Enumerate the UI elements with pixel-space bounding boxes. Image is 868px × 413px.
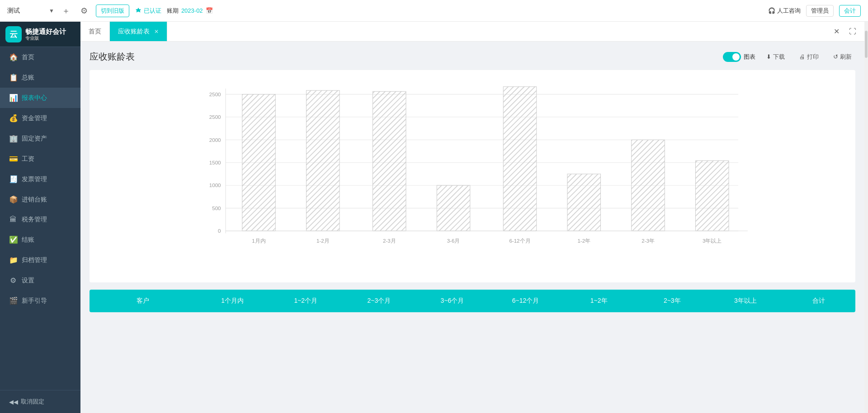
sidebar-item-invoice[interactable]: 🧾 发票管理 <box>0 169 80 189</box>
close-panel-button[interactable]: ✕ <box>830 25 843 38</box>
guide-icon: 🎬 <box>9 296 17 305</box>
bar-3-6月 <box>437 185 470 231</box>
download-button[interactable]: ⬇ 下载 <box>763 51 788 63</box>
svg-text:2500: 2500 <box>209 114 221 120</box>
settings-icon: ⚙ <box>9 276 17 285</box>
sidebar-item-tax[interactable]: 🏛 税务管理 <box>0 210 80 230</box>
sidebar-item-label: 进销台账 <box>22 196 47 204</box>
table-header-2-3month: 2~3个月 <box>342 290 415 312</box>
tab-bar-actions: ✕ ⛶ <box>830 25 859 38</box>
sidebar-item-funds[interactable]: 💰 资金管理 <box>0 108 80 128</box>
download-label: 下载 <box>773 53 785 61</box>
funds-icon: 💰 <box>9 114 17 122</box>
content-area: 首页 应收账龄表 ✕ ✕ ⛶ 应收账龄表 图表 <box>80 22 864 413</box>
refresh-button[interactable]: ↺ 刷新 <box>830 51 855 63</box>
pin-icon: ◀◀ <box>9 399 18 405</box>
chart-area: 0 500 1000 1500 2000 2500 2500 1月内 <box>99 79 846 269</box>
table-header-total: 合计 <box>782 290 855 312</box>
sidebar-item-label: 总账 <box>22 74 34 82</box>
sidebar-item-label: 设置 <box>22 277 34 285</box>
reports-icon: 📊 <box>9 94 17 102</box>
sidebar-item-label: 资金管理 <box>22 114 47 122</box>
sidebar-item-ledger[interactable]: 📋 总账 <box>0 67 80 88</box>
manager-button[interactable]: 管理员 <box>806 5 834 17</box>
refresh-icon: ↺ <box>833 53 838 60</box>
page-header: 应收账龄表 图表 ⬇ 下载 🖨 打印 ↺ <box>90 51 855 63</box>
sidebar-item-home[interactable]: 🏠 首页 <box>0 47 80 67</box>
sidebar-item-payroll[interactable]: 💳 工资 <box>0 149 80 169</box>
svg-text:0: 0 <box>218 228 221 234</box>
sidebar-item-label: 工资 <box>22 155 34 163</box>
sidebar: 云 畅捷通好会计 专业版 🏠 首页 📋 总账 📊 报表中心 💰 资金管理 <box>0 22 80 413</box>
sidebar-item-checkout[interactable]: ✅ 结账 <box>0 230 80 250</box>
svg-text:2000: 2000 <box>209 137 221 143</box>
download-icon: ⬇ <box>766 53 771 60</box>
module-title: 测试 <box>7 7 43 15</box>
consult-button[interactable]: 🎧 人工咨询 <box>768 7 801 15</box>
sidebar-item-assets[interactable]: 🏢 固定资产 <box>0 128 80 149</box>
assets-icon: 🏢 <box>9 134 17 143</box>
svg-text:3-6月: 3-6月 <box>447 238 460 244</box>
svg-text:1月内: 1月内 <box>252 238 265 244</box>
module-dropdown-icon[interactable]: ▼ <box>49 8 54 14</box>
table-header-6-12month: 6~12个月 <box>489 290 562 312</box>
calendar-icon[interactable]: 📅 <box>206 7 213 14</box>
sidebar-item-label: 首页 <box>22 53 34 61</box>
tab-aging-close[interactable]: ✕ <box>154 28 159 35</box>
app-name-text: 畅捷通好会计 专业版 <box>25 28 66 41</box>
bar-1-2月 <box>307 90 340 231</box>
page-title: 应收账龄表 <box>90 51 135 63</box>
sidebar-item-reports[interactable]: 📊 报表中心 <box>0 88 80 108</box>
tab-aging[interactable]: 应收账龄表 ✕ <box>110 22 167 41</box>
page-content: 应收账龄表 图表 ⬇ 下载 🖨 打印 ↺ <box>80 42 864 413</box>
svg-text:2-3月: 2-3月 <box>383 238 396 244</box>
svg-text:3年以上: 3年以上 <box>703 238 722 244</box>
add-module-button[interactable]: ＋ <box>60 5 72 17</box>
data-table-container: 客户 1个月内 1~2个月 2~3个月 3~6个月 6~12个月 1~2年 2~… <box>90 290 855 312</box>
scrollbar-track[interactable] <box>864 22 868 413</box>
bar-1-2年 <box>567 174 601 231</box>
app-logo-icon: 云 <box>5 26 22 42</box>
table-header-customer: 客户 <box>90 290 196 312</box>
account-period: 账期 2023-02 📅 <box>167 7 213 15</box>
headset-icon: 🎧 <box>768 7 775 14</box>
scrollbar-thumb[interactable] <box>865 31 868 58</box>
switch-version-button[interactable]: 切到旧版 <box>96 5 129 17</box>
certified-label: 已认证 <box>144 7 161 15</box>
top-bar: 测试 ▼ ＋ ⚙ 切到旧版 已认证 账期 2023-02 📅 🎧 人工咨询 管理… <box>0 0 868 22</box>
sidebar-item-archive[interactable]: 📁 归档管理 <box>0 250 80 270</box>
svg-text:2-3年: 2-3年 <box>642 238 655 244</box>
print-label: 打印 <box>807 53 819 61</box>
sidebar-item-settings[interactable]: ⚙ 设置 <box>0 270 80 291</box>
checkout-icon: ✅ <box>9 235 17 244</box>
print-button[interactable]: 🖨 打印 <box>796 51 822 63</box>
role-button[interactable]: 会计 <box>839 5 861 17</box>
chart-container: 0 500 1000 1500 2000 2500 2500 1月内 <box>90 70 855 282</box>
table-header-1-2year: 1~2年 <box>562 290 636 312</box>
account-period-value: 2023-02 <box>181 7 203 14</box>
certified-badge: 已认证 <box>135 7 161 15</box>
sidebar-item-guide[interactable]: 🎬 新手引导 <box>0 291 80 311</box>
tab-home[interactable]: 首页 <box>80 22 110 41</box>
bar-6-12月 <box>503 87 537 231</box>
sidebar-item-label: 结账 <box>22 236 34 244</box>
expand-panel-button[interactable]: ⛶ <box>846 25 859 38</box>
svg-text:2500: 2500 <box>209 92 221 97</box>
print-icon: 🖨 <box>799 53 805 60</box>
table-header-2-3year: 2~3年 <box>636 290 709 312</box>
account-period-label: 账期 <box>167 7 179 15</box>
ledger-icon: 📋 <box>9 73 17 82</box>
consult-label: 人工咨询 <box>777 7 801 15</box>
sidebar-item-sales[interactable]: 📦 进销台账 <box>0 189 80 210</box>
sidebar-item-label: 发票管理 <box>22 175 47 183</box>
sidebar-item-label: 税务管理 <box>22 216 47 224</box>
chart-toggle-switch[interactable] <box>723 52 741 62</box>
svg-text:500: 500 <box>212 206 221 211</box>
chart-toggle-label: 图表 <box>744 53 755 61</box>
sidebar-item-label: 报表中心 <box>22 94 47 102</box>
bar-3年以上 <box>696 161 729 231</box>
settings-gear-button[interactable]: ⚙ <box>78 5 90 17</box>
tab-bar: 首页 应收账龄表 ✕ ✕ ⛶ <box>80 22 864 42</box>
cancel-fixed-button[interactable]: ◀◀ 取消固定 <box>5 395 76 408</box>
table-header-3yearplus: 3年以上 <box>709 290 782 312</box>
